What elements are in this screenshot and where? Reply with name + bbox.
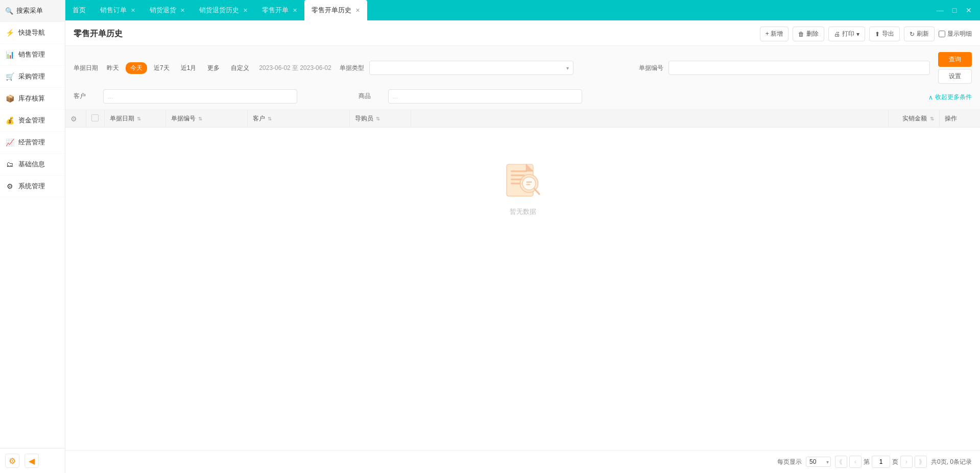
collapse-label: 收起更多条件 xyxy=(935,93,972,102)
th-action-label: 操作 xyxy=(945,115,957,122)
sidebar-item-sys-mgmt[interactable]: ⚙系统管理 xyxy=(0,176,65,197)
customer-filter-input[interactable]: ... xyxy=(103,89,297,104)
column-settings-icon[interactable]: ⚙ xyxy=(70,115,77,123)
nav-label-base-info: 基础信息 xyxy=(18,160,45,169)
page-title: 零售开单历史 xyxy=(74,29,123,39)
export-button[interactable]: ⬆ 导出 xyxy=(869,27,900,41)
sidebar-collapse-btn[interactable]: ◀ xyxy=(25,454,39,468)
date-btn-1month[interactable]: 近1月 xyxy=(176,62,201,74)
th-expand xyxy=(411,110,888,128)
prev-page-btn[interactable]: ‹ xyxy=(849,456,862,468)
nav-label-sys-mgmt: 系统管理 xyxy=(18,182,45,191)
print-icon: 🖨 xyxy=(834,31,840,38)
sidebar: 🔍 搜索采单 ⚡快捷导航📊销售管理🛒采购管理📦库存核算💰资金管理📈经营管理🗂基础… xyxy=(0,0,65,473)
page-size-select[interactable]: 20 50 100 xyxy=(806,457,831,467)
customer-dots: ... xyxy=(108,93,113,100)
th-customer-sort-icon[interactable]: ⇅ xyxy=(268,116,272,121)
page-nav: ⟪ ‹ 第 页 › ⟫ xyxy=(835,456,927,468)
sidebar-item-operations[interactable]: 📈经营管理 xyxy=(0,132,65,154)
th-check xyxy=(86,110,104,128)
th-amount-sort-icon[interactable]: ⇅ xyxy=(930,116,934,121)
tab-sales-return[interactable]: 销货退货✕ xyxy=(142,0,192,20)
maximize-btn[interactable]: □ xyxy=(948,4,961,16)
th-amount-label: 实销金额 xyxy=(902,115,927,122)
print-button[interactable]: 🖨 打印 ▾ xyxy=(828,27,865,41)
goods-dots: ... xyxy=(393,93,398,100)
date-range-display: 2023-06-02 至 2023-06-02 xyxy=(259,64,331,72)
nav-icon-inventory: 📦 xyxy=(5,94,14,103)
collapse-button[interactable]: ∧ 收起更多条件 xyxy=(928,91,972,104)
refresh-button[interactable]: ↻ 刷新 xyxy=(904,27,935,41)
sidebar-item-quick-nav[interactable]: ⚡快捷导航 xyxy=(0,22,65,44)
sidebar-settings-btn[interactable]: ⚙ xyxy=(5,454,19,468)
add-button[interactable]: + 新增 xyxy=(760,27,788,41)
tab-close-retail-history[interactable]: ✕ xyxy=(355,7,360,14)
table-body: 暂无数据 xyxy=(65,128,980,237)
tab-close-sales-return[interactable]: ✕ xyxy=(180,7,185,14)
nav-icon-finance: 💰 xyxy=(5,116,14,125)
type-filter-select[interactable]: ▾ xyxy=(369,61,573,75)
tab-home[interactable]: 首页 xyxy=(65,0,93,20)
tab-label-sales-order: 销售订单 xyxy=(100,6,127,15)
close-btn[interactable]: ✕ xyxy=(963,4,975,16)
tab-label-retail-history: 零售开单历史 xyxy=(312,6,351,15)
last-page-btn[interactable]: ⟫ xyxy=(915,456,927,468)
date-filter-group: 单据日期 昨天 今天 近7天 近1月 更多 自定义 2023-06-02 至 2… xyxy=(74,62,331,74)
date-btn-yesterday[interactable]: 昨天 xyxy=(102,62,124,74)
first-page-btn[interactable]: ⟪ xyxy=(835,456,847,468)
date-btn-custom[interactable]: 自定义 xyxy=(226,62,254,74)
th-guide-sort-icon[interactable]: ⇅ xyxy=(376,116,380,121)
th-no-sort-icon[interactable]: ⇅ xyxy=(198,116,202,121)
date-btn-today[interactable]: 今天 xyxy=(126,62,147,74)
tab-retail-open[interactable]: 零售开单✕ xyxy=(255,0,304,20)
display-toggle[interactable]: 显示明细 xyxy=(939,30,972,38)
th-date-sort-icon[interactable]: ⇅ xyxy=(137,116,141,121)
next-page-btn[interactable]: › xyxy=(900,456,913,468)
tab-sales-order[interactable]: 销售订单✕ xyxy=(93,0,142,20)
tab-sales-return-history[interactable]: 销货退货历史✕ xyxy=(192,0,255,20)
filter-row-2: 客户 ... 商品 ... ∧ 收起更多条件 xyxy=(74,89,972,104)
no-filter-input[interactable] xyxy=(668,61,930,75)
date-btn-7days[interactable]: 近7天 xyxy=(149,62,174,74)
page-word: 第 xyxy=(864,458,870,466)
settings-button[interactable]: 设置 xyxy=(938,69,972,84)
tab-label-sales-return: 销货退货 xyxy=(150,6,176,15)
table-header-row: ⚙ 单据日期 ⇅ 单据编号 ⇅ xyxy=(65,110,980,128)
nav-label-finance: 资金管理 xyxy=(18,116,45,125)
sidebar-item-purchase-mgmt[interactable]: 🛒采购管理 xyxy=(0,66,65,88)
sidebar-item-inventory[interactable]: 📦库存核算 xyxy=(0,88,65,110)
main-area: 首页销售订单✕销货退货✕销货退货历史✕零售开单✕零售开单历史✕ — □ ✕ 零售… xyxy=(65,0,980,473)
nav-icon-purchase-mgmt: 🛒 xyxy=(5,72,14,81)
tab-close-sales-order[interactable]: ✕ xyxy=(131,7,135,14)
svg-rect-1 xyxy=(511,170,527,172)
svg-rect-2 xyxy=(511,175,525,176)
page-size-wrapper: 20 50 100 xyxy=(806,457,831,467)
nav-label-sales-mgmt: 销售管理 xyxy=(18,50,45,59)
date-btn-more[interactable]: 更多 xyxy=(203,62,224,74)
display-checkbox[interactable] xyxy=(939,31,945,37)
empty-text: 暂无数据 xyxy=(510,207,536,216)
tab-close-sales-return-history[interactable]: ✕ xyxy=(243,7,248,14)
th-action: 操作 xyxy=(939,110,980,128)
th-no: 单据编号 ⇅ xyxy=(165,110,247,128)
goods-filter-input[interactable]: ... xyxy=(388,89,582,104)
page-header: 零售开单历史 + 新增 🗑 删除 🖨 打印 ▾ ⬆ 导出 ↻ xyxy=(65,20,980,46)
sidebar-item-base-info[interactable]: 🗂基础信息 xyxy=(0,154,65,176)
sidebar-item-sales-mgmt[interactable]: 📊销售管理 xyxy=(0,44,65,66)
nav-label-operations: 经营管理 xyxy=(18,138,45,147)
customer-filter-label: 客户 xyxy=(74,92,99,101)
collapse-chevron-icon: ∧ xyxy=(928,94,933,101)
delete-button[interactable]: 🗑 删除 xyxy=(793,27,824,41)
sidebar-item-finance[interactable]: 💰资金管理 xyxy=(0,110,65,132)
tab-close-retail-open[interactable]: ✕ xyxy=(293,7,297,14)
nav-label-purchase-mgmt: 采购管理 xyxy=(18,72,45,81)
empty-state: 暂无数据 xyxy=(65,128,980,237)
page-number-input[interactable] xyxy=(872,456,890,468)
th-amount: 实销金额 ⇅ xyxy=(888,110,939,128)
tab-retail-history[interactable]: 零售开单历史✕ xyxy=(304,0,367,20)
sidebar-search[interactable]: 🔍 搜索采单 xyxy=(0,0,65,22)
minimize-btn[interactable]: — xyxy=(934,4,946,16)
select-all-checkbox[interactable] xyxy=(91,114,99,121)
query-button[interactable]: 查询 xyxy=(938,52,972,67)
gear-icon: ⚙ xyxy=(9,456,16,466)
